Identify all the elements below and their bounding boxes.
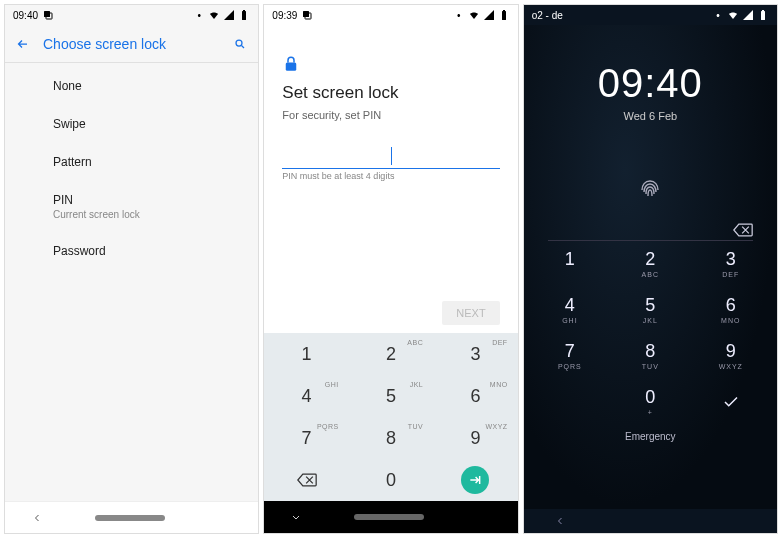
backspace-icon[interactable] <box>733 223 753 237</box>
wifi-icon <box>468 9 480 21</box>
carrier-label: o2 - de <box>532 10 563 21</box>
battery-icon <box>238 9 250 21</box>
status-bar: o2 - de • <box>524 5 777 25</box>
signal-icon <box>223 9 235 21</box>
svg-rect-11 <box>762 10 764 11</box>
pin-hint: PIN must be at least 4 digits <box>282 171 499 181</box>
lock-icon <box>282 55 300 73</box>
emergency-button[interactable]: Emergency <box>625 425 676 444</box>
nav-back-icon[interactable] <box>554 515 566 527</box>
key-backspace[interactable] <box>264 459 348 501</box>
signal-icon <box>742 9 754 21</box>
text-cursor <box>391 147 393 165</box>
lock-option-none[interactable]: None <box>5 67 258 105</box>
lock-options-list: None Swipe Pattern PIN Current screen lo… <box>5 63 258 501</box>
status-icons: • <box>193 9 250 21</box>
check-icon <box>722 393 740 411</box>
key-3[interactable]: 3DEF <box>433 333 517 375</box>
svg-rect-5 <box>303 11 309 17</box>
svg-rect-9 <box>286 63 297 71</box>
set-pin-body: Set screen lock For security, set PIN PI… <box>264 25 517 333</box>
key-8[interactable]: 8TUV <box>349 417 433 459</box>
wifi-icon <box>727 9 739 21</box>
dot-icon: • <box>712 9 724 21</box>
numeric-keypad: 1 2ABC 3DEF 4GHI 5JKL 6MNO 7PQRS 8TUV 9W… <box>264 333 517 501</box>
lockscreen-clock: 09:40 <box>598 61 703 106</box>
back-icon[interactable] <box>17 38 29 50</box>
status-icons: • <box>712 9 769 21</box>
key-3[interactable]: 3DEF <box>691 241 771 287</box>
nav-home-pill[interactable] <box>354 514 424 520</box>
enter-icon <box>461 466 489 494</box>
option-sublabel: Current screen lock <box>53 209 258 220</box>
key-4[interactable]: 4GHI <box>264 375 348 417</box>
key-0[interactable]: 0 <box>349 459 433 501</box>
status-bar: 09:40 • <box>5 5 258 25</box>
lockscreen-keypad: 1 2ABC 3DEF 4GHI 5JKL 6MNO 7PQRS 8TUV 9W… <box>524 237 777 425</box>
wifi-icon <box>208 9 220 21</box>
svg-point-4 <box>236 40 242 46</box>
lock-option-pin[interactable]: PIN Current screen lock <box>5 181 258 232</box>
app-header: Choose screen lock <box>5 25 258 63</box>
nav-bar <box>264 501 517 533</box>
lockscreen-body: 09:40 Wed 6 Feb 1 2ABC 3DEF 4GHI 5JKL 6M… <box>524 25 777 509</box>
svg-rect-2 <box>242 11 246 20</box>
search-icon[interactable] <box>234 38 246 50</box>
lockscreen-date: Wed 6 Feb <box>624 110 678 122</box>
key-confirm[interactable] <box>691 379 771 425</box>
key-9[interactable]: 9WXYZ <box>433 417 517 459</box>
pin-input[interactable] <box>282 145 499 169</box>
key-enter[interactable] <box>433 459 517 501</box>
key-4[interactable]: 4GHI <box>530 287 610 333</box>
set-pin-subtitle: For security, set PIN <box>282 109 499 121</box>
option-label: Pattern <box>53 155 258 169</box>
option-label: PIN <box>53 193 258 207</box>
backspace-icon <box>297 473 317 487</box>
status-time: 09:39 <box>272 10 297 21</box>
nav-collapse-icon[interactable] <box>290 511 302 523</box>
next-button[interactable]: NEXT <box>442 301 499 325</box>
key-8[interactable]: 8TUV <box>610 333 690 379</box>
key-6[interactable]: 6MNO <box>433 375 517 417</box>
svg-rect-7 <box>502 11 506 20</box>
lock-option-swipe[interactable]: Swipe <box>5 105 258 143</box>
screenshot-set-pin: 09:39 • Set screen lock For security, se… <box>263 4 518 534</box>
key-1[interactable]: 1 <box>264 333 348 375</box>
svg-rect-10 <box>761 11 765 20</box>
svg-rect-3 <box>243 10 245 11</box>
lock-option-password[interactable]: Password <box>5 232 258 270</box>
key-0[interactable]: 0+ <box>610 379 690 425</box>
status-icons: • <box>453 9 510 21</box>
svg-rect-8 <box>503 10 505 11</box>
battery-icon <box>757 9 769 21</box>
nav-home-pill[interactable] <box>95 515 165 521</box>
option-label: Swipe <box>53 117 258 131</box>
key-empty <box>530 379 610 425</box>
svg-rect-0 <box>44 11 50 17</box>
status-time: 09:40 <box>13 10 38 21</box>
key-6[interactable]: 6MNO <box>691 287 771 333</box>
nav-back-icon[interactable] <box>31 512 43 524</box>
key-9[interactable]: 9WXYZ <box>691 333 771 379</box>
option-label: Password <box>53 244 258 258</box>
key-2[interactable]: 2ABC <box>610 241 690 287</box>
status-bar: 09:39 • <box>264 5 517 25</box>
key-7[interactable]: 7PQRS <box>530 333 610 379</box>
fingerprint-icon[interactable] <box>638 176 662 200</box>
key-5[interactable]: 5JKL <box>610 287 690 333</box>
screenshot-lockscreen: o2 - de • 09:40 Wed 6 Feb 1 2ABC 3DEF 4G… <box>523 4 778 534</box>
page-title: Choose screen lock <box>43 36 220 52</box>
set-pin-title: Set screen lock <box>282 83 499 103</box>
screenshot-icon <box>42 9 54 21</box>
key-2[interactable]: 2ABC <box>349 333 433 375</box>
lock-option-pattern[interactable]: Pattern <box>5 143 258 181</box>
nav-bar <box>5 501 258 533</box>
battery-icon <box>498 9 510 21</box>
nav-bar <box>524 509 777 533</box>
dot-icon: • <box>453 9 465 21</box>
key-7[interactable]: 7PQRS <box>264 417 348 459</box>
key-5[interactable]: 5JKL <box>349 375 433 417</box>
signal-icon <box>483 9 495 21</box>
screenshot-choose-lock: 09:40 • Choose screen lock None Swipe Pa… <box>4 4 259 534</box>
key-1[interactable]: 1 <box>530 241 610 287</box>
